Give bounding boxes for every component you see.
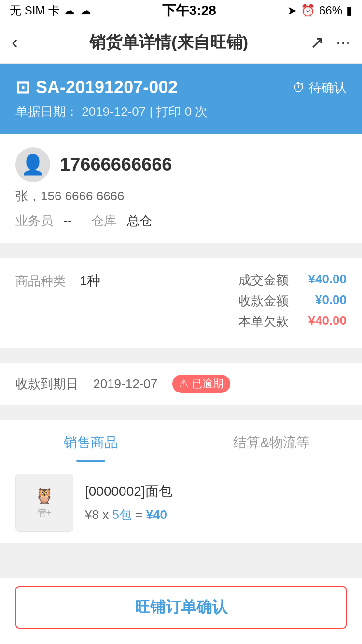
product-logo: 🦉 管+ bbox=[35, 487, 54, 518]
warehouse-value: 总仓 bbox=[127, 213, 152, 228]
due-date-section: 收款到期日 2019-12-07 ⚠ 已逾期 bbox=[0, 363, 362, 405]
overdue-badge: ⚠ 已逾期 bbox=[172, 375, 230, 393]
nav-actions: ↗ ··· bbox=[310, 32, 350, 53]
warning-icon: ⚠ bbox=[179, 378, 189, 390]
category-label: 商品种类 bbox=[15, 274, 66, 288]
customer-meta: 业务员 -- 仓库 总仓 bbox=[15, 212, 347, 229]
product-price-row: ¥8 x 5包 = ¥40 bbox=[85, 506, 347, 523]
tab-sales-products[interactable]: 销售商品 bbox=[0, 420, 181, 462]
bottom-bar: 旺铺订单确认 bbox=[0, 578, 362, 644]
status-bar: 无 SIM 卡 ☁ ☁ 下午3:28 ➤ ⏰ 66% ▮ bbox=[0, 0, 362, 21]
clock-icon: ⏱ bbox=[292, 80, 305, 95]
share-icon[interactable]: ↗ bbox=[310, 32, 324, 53]
location-icon: ➤ bbox=[287, 4, 297, 17]
product-info: [0000002]面包 ¥8 x 5包 = ¥40 bbox=[85, 482, 347, 523]
due-date-label: 收款到期日 bbox=[15, 376, 78, 392]
order-icon: ⊡ bbox=[15, 77, 30, 98]
status-right: ➤ ⏰ 66% ▮ bbox=[287, 4, 352, 17]
back-button[interactable]: ‹ bbox=[12, 31, 28, 53]
alarm-icon: ⏰ bbox=[301, 4, 315, 17]
avatar-icon: 👤 bbox=[21, 154, 45, 176]
due-value: ¥40.00 bbox=[308, 313, 347, 330]
divider-1 bbox=[0, 251, 362, 258]
received-label: 收款金额 bbox=[238, 293, 289, 309]
more-icon[interactable]: ··· bbox=[336, 32, 350, 53]
order-header: ⊡ SA-20191207-002 ⏱ 待确认 单据日期： 2019-12-07… bbox=[0, 64, 362, 134]
category-value: 1种 bbox=[80, 273, 101, 288]
product-name: [0000002]面包 bbox=[85, 482, 347, 501]
status-time: 下午3:28 bbox=[162, 1, 216, 20]
warehouse-label: 仓库 bbox=[91, 213, 116, 228]
transaction-label: 成交金额 bbox=[238, 272, 289, 289]
order-date: 单据日期： 2019-12-07 | 打印 0 次 bbox=[15, 103, 347, 120]
summary-section: 商品种类 1种 成交金额 ¥40.00 收款金额 ¥0.00 本单欠款 ¥40.… bbox=[0, 258, 362, 348]
qty-value: 5包 bbox=[112, 507, 131, 522]
status-left: 无 SIM 卡 ☁ ☁ bbox=[10, 3, 91, 18]
divider-2 bbox=[0, 355, 362, 363]
summary-amounts: 成交金额 ¥40.00 收款金额 ¥0.00 本单欠款 ¥40.00 bbox=[238, 272, 347, 334]
sim-label: 无 SIM 卡 ☁ bbox=[10, 3, 75, 18]
customer-name: 张，156 6666 6666 bbox=[15, 188, 347, 205]
order-status: ⏱ 待确认 bbox=[292, 79, 347, 96]
sales-rep-label: 业务员 bbox=[15, 213, 53, 228]
product-image: 🦉 管+ bbox=[15, 474, 73, 532]
due-date-value: 2019-12-07 bbox=[93, 377, 157, 392]
equals-sign: = bbox=[135, 507, 146, 522]
avatar: 👤 bbox=[15, 147, 50, 182]
product-item: 🦉 管+ [0000002]面包 ¥8 x 5包 = ¥40 bbox=[0, 462, 362, 543]
sales-rep-value: -- bbox=[64, 213, 72, 228]
divider-3 bbox=[0, 412, 362, 420]
customer-section: 👤 17666666666 张，156 6666 6666 业务员 -- 仓库 … bbox=[0, 134, 362, 243]
confirm-button[interactable]: 旺铺订单确认 bbox=[15, 586, 347, 629]
price-base: ¥8 bbox=[85, 507, 99, 522]
received-value: ¥0.00 bbox=[315, 293, 347, 309]
due-label: 本单欠款 bbox=[238, 313, 289, 330]
multiply-icon: x bbox=[102, 507, 109, 522]
page-title: 销货单详情(来自旺铺) bbox=[28, 31, 310, 54]
total-value: ¥40 bbox=[146, 507, 167, 522]
nav-bar: ‹ 销货单详情(来自旺铺) ↗ ··· bbox=[0, 21, 362, 64]
wifi-icon: ☁ bbox=[80, 4, 91, 17]
customer-phone: 17666666666 bbox=[60, 154, 172, 175]
order-number: ⊡ SA-20191207-002 bbox=[15, 77, 178, 98]
battery-percent: 66% bbox=[319, 4, 342, 17]
transaction-value: ¥40.00 bbox=[308, 272, 347, 289]
battery-icon: ▮ bbox=[346, 4, 352, 17]
tab-settlement-logistics[interactable]: 结算&物流等 bbox=[181, 420, 362, 462]
tabs-section: 销售商品 结算&物流等 bbox=[0, 420, 362, 462]
